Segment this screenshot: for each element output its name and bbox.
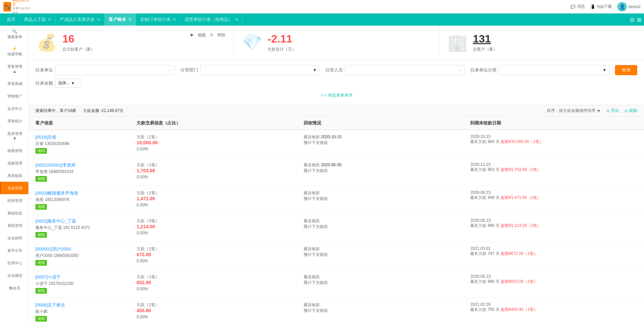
customer-contact: 海燕 18513066976	[35, 197, 137, 203]
last-collect: 最近收款	[304, 274, 471, 280]
customer-contact: 陈小辉	[35, 309, 137, 315]
debt-amount[interactable]: 652.00	[137, 280, 304, 285]
sidebar-item-retail-mgmt[interactable]: 零售管理 ▲	[0, 60, 28, 77]
table-row: [0002]服务中心_丁磊 服务中心_丁磊 181 0125 8371 现销 欠…	[29, 214, 644, 242]
logo-area: 🐾 畅捷通好生意 母婴行业演示账套	[3, 0, 32, 15]
overdue-link[interactable]: 超期¥1,703.68（1笔）	[501, 167, 541, 172]
tab-purchase-stats[interactable]: 采购订单统计表 ✕	[136, 13, 180, 26]
overdue-link[interactable]: 超期¥1,214.00（3笔）	[501, 223, 541, 228]
sidebar-item-app-center[interactable]: 应用中心	[0, 257, 28, 269]
filter-label-manager: 分管人员	[325, 67, 343, 73]
sidebar-item-newbie[interactable]: 新手引导	[0, 244, 28, 257]
customer-contact: 小进千 18279152100	[35, 281, 137, 287]
table-row: [000002]用户2050 用户2050 18665062050 现销 欠款（…	[29, 242, 644, 270]
collapse-filter-button[interactable]: ∧∧ 收起更多条件	[35, 91, 637, 99]
customer-name-link[interactable]: [000002]用户2050	[35, 246, 137, 252]
stat-card-debt-amount: 💎 -2.11 欠款合计（万）	[234, 26, 439, 59]
sort-selector[interactable]: 排序：按欠款金额倒序排序 ▼	[547, 108, 601, 114]
overdue-link[interactable]: 超期¥652.00（1笔）	[501, 279, 538, 284]
debt-amount[interactable]: 1,214.00	[137, 224, 304, 229]
sidebar-item-retail-stats[interactable]: 零售统计	[0, 115, 28, 127]
overdue-link[interactable]: 超期¥1,471.00（1笔）	[501, 195, 541, 200]
tab-production-history[interactable]: 产成品入库单历史 ✕	[56, 13, 105, 26]
sidebar-item-member[interactable]: 畅会员	[0, 282, 28, 294]
refresh-button[interactable]: ⊙ 刷新	[624, 108, 637, 114]
customer-contact: 服务中心_丁磊 181 0125 8371	[35, 225, 137, 231]
debt-count: 欠款（1笔）	[137, 246, 304, 252]
chevron-up-icon: ∧∧	[320, 93, 328, 97]
sidebar-item-operations[interactable]: 经营管理	[0, 194, 28, 207]
sidebar-item-marketing[interactable]: 营销推广	[0, 90, 28, 102]
tab-inbound-stats[interactable]: 进货单统计表（按商品） ✕	[180, 13, 243, 26]
tab-close-icon[interactable]: ✕	[48, 17, 51, 22]
filter-input-unit-cat[interactable]: ▼	[499, 65, 610, 75]
tab-customer-account[interactable]: 客户账本 ✕	[105, 13, 136, 26]
filter-input-source-unit[interactable]: ···	[55, 65, 175, 75]
overdue-link[interactable]: 超期¥672.00（1笔）	[501, 251, 538, 256]
due-date: 2020.06.23	[470, 274, 637, 279]
customer-name-link[interactable]: [0003]畅捷服务尹海燕	[35, 190, 137, 196]
filter-input-dept[interactable]: ▼	[200, 65, 320, 75]
debt-amount[interactable]: 1,471.00	[137, 196, 304, 201]
overdue-link[interactable]: 超期¥455.90（1笔）	[501, 307, 538, 312]
balance-select[interactable]: 选择... ▼	[55, 79, 82, 88]
debt-amount[interactable]: 455.90	[137, 308, 304, 313]
customer-tag: 现销	[35, 176, 47, 182]
tab-product-listing[interactable]: 商品上下架 ✕	[20, 13, 56, 26]
sidebar-quick-nav[interactable]: ⚡ 快捷导航	[0, 43, 28, 60]
overdue-days: 最长欠款 750 天 超期¥455.90（1笔）	[470, 307, 637, 313]
sidebar-item-system[interactable]: 系统管理	[0, 219, 28, 232]
sidebar-item-enterprise-wechat[interactable]: 企业微信	[0, 269, 28, 282]
overdue-days: 最长欠款 853 天 超期¥1,703.68（1笔）	[470, 167, 637, 173]
sidebar-item-basic-info[interactable]: 基础信息	[0, 207, 28, 219]
tab-bar-right: ⊟ ⊞	[630, 17, 641, 23]
recovery-info: 最近收款 2020-10-15 预计下次收款	[304, 134, 471, 154]
debt-ratio: 0.00%	[137, 203, 304, 207]
filter-row-2: 往来余额 选择... ▼	[35, 79, 637, 88]
customer-name-link[interactable]: [0002]服务中心_丁磊	[35, 218, 137, 224]
customer-contact: 用户2050 18665062050	[35, 253, 137, 259]
sidebar-item-finance[interactable]: 资金管理	[0, 182, 28, 194]
sidebar-search[interactable]: 🔍 搜索菜单	[0, 26, 28, 43]
filter-label-dept: 分管部门	[180, 67, 198, 73]
sidebar-item-wholesale-mgmt[interactable]: 批发管理 ▼	[0, 127, 28, 144]
debt-count: 欠款（1笔）	[137, 134, 304, 140]
stat-icon-customers: 💰	[37, 32, 57, 53]
debt-amount[interactable]: 672.00	[137, 252, 304, 257]
tab-bar: 首页 商品上下架 ✕ 产成品入库单历史 ✕ 客户账本 ✕ 采购订单统计表 ✕ 进…	[0, 13, 644, 26]
customer-info: [0016]吕俊 吕俊 13026203696 现销	[35, 134, 137, 154]
last-collect: 最近收款	[304, 302, 471, 308]
debt-amount[interactable]: 1,703.68	[137, 168, 304, 173]
sidebar-item-membership[interactable]: 会员中心	[0, 102, 28, 115]
sidebar-item-inventory[interactable]: 库存核算	[0, 169, 28, 182]
sidebar-item-purchase[interactable]: 采购管理	[0, 157, 28, 169]
customer-name-link[interactable]: [0007]小进千	[35, 274, 137, 280]
sidebar-item-ecommerce[interactable]: 电商管理	[0, 144, 28, 157]
tab-home[interactable]: 首页	[3, 13, 20, 26]
user-profile[interactable]: 👤 demo2	[617, 2, 641, 11]
tab-close-icon[interactable]: ✕	[173, 17, 176, 22]
customer-name-link[interactable]: [0001020001]李老师	[35, 162, 137, 168]
search-button[interactable]: 查询	[615, 65, 637, 75]
sidebar-item-retail-mall[interactable]: 零售商城	[0, 77, 28, 90]
overdue-link[interactable]: 超期¥10,000.00（1笔）	[501, 139, 543, 144]
debt-info: 欠款（1笔） 10,000.00 0.00%	[137, 134, 304, 154]
filter-input-manager[interactable]: ···	[345, 65, 465, 75]
sidebar-item-enterprise-collab[interactable]: 企业协同	[0, 232, 28, 244]
debt-amount[interactable]: 10,000.00	[137, 140, 304, 145]
customer-info: [000002]用户2050 用户2050 18665062050 现销	[35, 246, 137, 266]
debt-count: 欠款（1笔）	[137, 302, 304, 308]
restore-icon[interactable]: ⊟	[630, 17, 634, 23]
app-download-button[interactable]: 📱 App下载	[590, 4, 612, 9]
last-collect: 最近收款 2020-06-30	[304, 162, 471, 168]
maximize-icon[interactable]: ⊞	[637, 17, 641, 23]
tab-close-icon[interactable]: ✕	[97, 17, 100, 22]
customer-name-link[interactable]: [0016]吕俊	[35, 134, 137, 140]
customer-name-link[interactable]: [0006]丢下粮仓	[35, 302, 137, 308]
message-button[interactable]: 💬 消息	[570, 4, 585, 9]
export-button[interactable]: ⊙ 导出	[606, 108, 619, 114]
tab-close-icon[interactable]: ✕	[128, 17, 132, 22]
tab-close-icon[interactable]: ✕	[235, 17, 238, 22]
video-icon: ▶	[191, 32, 194, 38]
chevron-icon: ▼	[13, 136, 17, 141]
